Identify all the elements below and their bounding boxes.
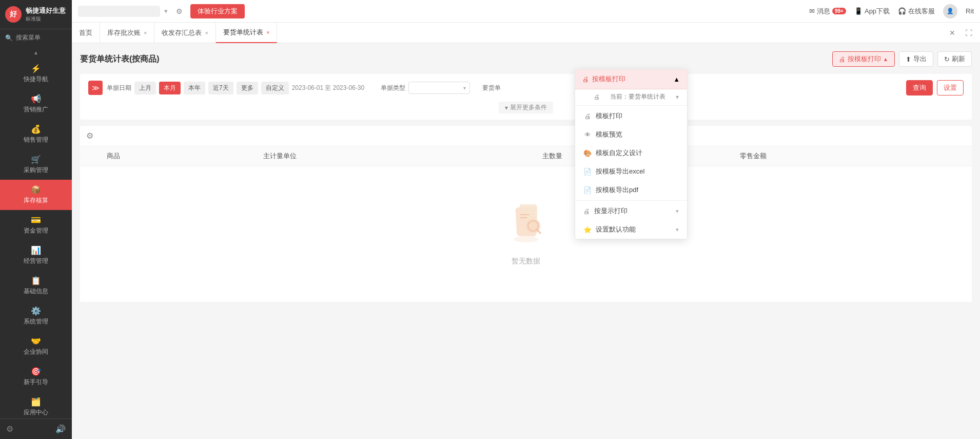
svg-point-0: [514, 236, 538, 242]
date-btn-more[interactable]: 更多: [237, 82, 258, 94]
page-title: 要货单统计表(按商品): [80, 54, 160, 65]
tab-inventory-batch-close[interactable]: ×: [144, 30, 147, 36]
col-product: 商品: [101, 146, 257, 166]
messages-btn[interactable]: ✉ 消息 99+: [809, 7, 846, 16]
tab-close-all-btn[interactable]: ✕: [945, 26, 959, 40]
sidebar-scroll-up[interactable]: ▲: [0, 46, 72, 59]
topbar-gear-icon[interactable]: ⚙: [172, 4, 186, 18]
empty-state: 暂无数据: [86, 171, 966, 297]
sidebar-item-label: 资金管理: [24, 226, 48, 235]
tab-order-stats-close[interactable]: ×: [266, 29, 269, 35]
filter-expand-btn[interactable]: ≫: [88, 81, 103, 95]
date-btn-7days[interactable]: 近7天: [208, 82, 233, 94]
mobile-icon: 📱: [854, 7, 863, 15]
type-select-wrapper: [408, 82, 470, 94]
table-empty-cell: 暂无数据: [80, 166, 972, 302]
set-default-icon: ⭐: [583, 226, 592, 234]
dropdown-item-label: 模板自定义设计: [596, 148, 642, 158]
online-service-btn[interactable]: 🎧 在线客服: [898, 7, 935, 16]
dropdown-title: 按模板打印: [592, 74, 625, 84]
dropdown-item-export-pdf[interactable]: 📄 按模板导出pdf: [575, 181, 687, 199]
sidebar-item-operation[interactable]: 📊 经营管理: [0, 240, 72, 271]
dropdown-item-label: 按模板导出excel: [596, 167, 644, 176]
query-btn[interactable]: 查询: [906, 80, 933, 96]
template-print-icon: 🖨: [583, 112, 592, 120]
dropdown-printer-icon: 🖨: [582, 75, 589, 83]
sidebar-item-quick-nav[interactable]: ⚡ 快捷导航: [0, 59, 72, 89]
sidebar-item-system[interactable]: ⚙️ 系统管理: [0, 301, 72, 331]
sidebar-item-inventory[interactable]: 📦 库存核算: [0, 180, 72, 210]
sidebar-item-sales[interactable]: 💰 销售管理: [0, 119, 72, 149]
dropdown-current-icon: 🖨: [594, 93, 600, 101]
dropdown-item-export-excel[interactable]: 📄 按模板导出excel: [575, 162, 687, 181]
tab-maximize-btn[interactable]: ⛶: [962, 26, 976, 40]
guide-icon: 🎯: [31, 367, 41, 376]
tab-receipt-summary-close[interactable]: ×: [205, 30, 208, 36]
sidebar-search[interactable]: 🔍 搜索菜单: [0, 29, 72, 46]
industry-btn[interactable]: 体验行业方案: [190, 4, 245, 18]
sidebar-item-label: 库存核算: [24, 196, 48, 205]
export-btn[interactable]: ⬆ 导出: [899, 51, 933, 67]
appstore-icon: 🗂️: [31, 397, 41, 407]
topbar-chevron-icon[interactable]: ▾: [164, 7, 168, 15]
dropdown-header[interactable]: 🖨 按模板打印 ▲: [575, 69, 687, 89]
operation-icon: 📊: [31, 245, 41, 255]
topbar-search-input[interactable]: [78, 6, 160, 17]
col-amount: 零售金额: [734, 146, 972, 166]
dropdown-set-default[interactable]: ⭐ 设置默认功能 ▾: [575, 220, 687, 239]
tab-home-label: 首页: [79, 28, 92, 37]
table-empty-row: 暂无数据: [80, 166, 972, 302]
dropdown-collapse-icon: ▲: [673, 75, 680, 83]
date-btn-this-year[interactable]: 本年: [184, 82, 205, 94]
dropdown-item-template-custom[interactable]: 🎨 模板自定义设计: [575, 144, 687, 162]
user-name: Rit: [966, 7, 974, 15]
user-avatar[interactable]: 👤: [943, 4, 957, 18]
table-container: ⚙ 商品 主计量单位 主数量: [80, 126, 972, 302]
print-dropdown: 🖨 按模板打印 ▲ 🖨 当前：要货单统计表 ▾ 🖨 模板打印 👁 模板预览 �: [575, 69, 688, 239]
sidebar-item-guide[interactable]: 🎯 新手引导: [0, 361, 72, 392]
col-check: [80, 146, 101, 166]
sidebar-item-appstore[interactable]: 🗂️ 应用中心: [0, 392, 72, 418]
expand-icon: ▾: [505, 104, 508, 111]
app-logo-icon: 好: [5, 6, 22, 23]
print-btn[interactable]: 🖨 按模板打印 ▲: [832, 51, 895, 67]
sidebar-settings-icon[interactable]: ⚙: [6, 424, 13, 434]
set-default-arrow: ▾: [676, 226, 679, 233]
sidebar-item-purchase[interactable]: 🛒 采购管理: [0, 149, 72, 180]
date-btn-custom[interactable]: 自定义: [261, 82, 289, 94]
template-preview-icon: 👁: [583, 131, 592, 139]
tab-home[interactable]: 首页: [72, 23, 100, 43]
expand-more-btn[interactable]: ▾ 展开更多条件: [499, 102, 553, 113]
type-filter-select[interactable]: [408, 82, 470, 94]
sidebar-item-label: 系统管理: [24, 317, 48, 326]
refresh-btn[interactable]: ↻ 刷新: [937, 51, 972, 67]
dropdown-item-template-preview[interactable]: 👁 模板预览: [575, 125, 687, 144]
table-settings-icon[interactable]: ⚙: [86, 131, 93, 141]
display-print-icon: 🖨: [583, 207, 590, 215]
dropdown-display-print[interactable]: 🖨 按显示打印 ▾: [575, 202, 687, 220]
sidebar-item-marketing[interactable]: 📢 营销推广: [0, 89, 72, 119]
tab-order-stats[interactable]: 要货单统计表 ×: [216, 23, 277, 43]
settings-btn[interactable]: 设置: [937, 80, 964, 96]
sidebar-audio-icon[interactable]: 🔊: [55, 424, 66, 434]
tab-inventory-batch[interactable]: 库存批次账 ×: [100, 23, 154, 43]
export-icon: ⬆: [906, 55, 911, 63]
export-pdf-icon: 📄: [583, 186, 592, 194]
app-download-btn[interactable]: 📱 App下载: [854, 7, 890, 16]
tabs-bar: 首页 库存批次账 × 收发存汇总表 × 要货单统计表 × ✕ ⛶: [72, 23, 980, 43]
finance-icon: 💳: [31, 215, 41, 225]
sidebar-footer: ⚙ 🔊: [0, 418, 72, 439]
sales-icon: 💰: [31, 124, 41, 134]
app-name: 畅捷通好生意: [26, 7, 66, 15]
sidebar-item-finance[interactable]: 💳 资金管理: [0, 210, 72, 240]
dropdown-item-template-print[interactable]: 🖨 模板打印: [575, 107, 687, 125]
date-btn-this-month[interactable]: 本月: [159, 82, 181, 94]
date-btn-prev-month[interactable]: 上月: [134, 82, 156, 94]
tab-receipt-summary[interactable]: 收发存汇总表 ×: [154, 23, 215, 43]
sidebar-item-label: 经营管理: [24, 257, 48, 265]
online-service-label: 在线客服: [908, 7, 935, 16]
sidebar-item-label: 应用中心: [24, 408, 48, 417]
sidebar-item-collab[interactable]: 🤝 企业协同: [0, 331, 72, 361]
sidebar-item-base[interactable]: 📋 基础信息: [0, 271, 72, 301]
dropdown-current-sub[interactable]: 🖨 当前：要货单统计表 ▾: [575, 89, 687, 104]
